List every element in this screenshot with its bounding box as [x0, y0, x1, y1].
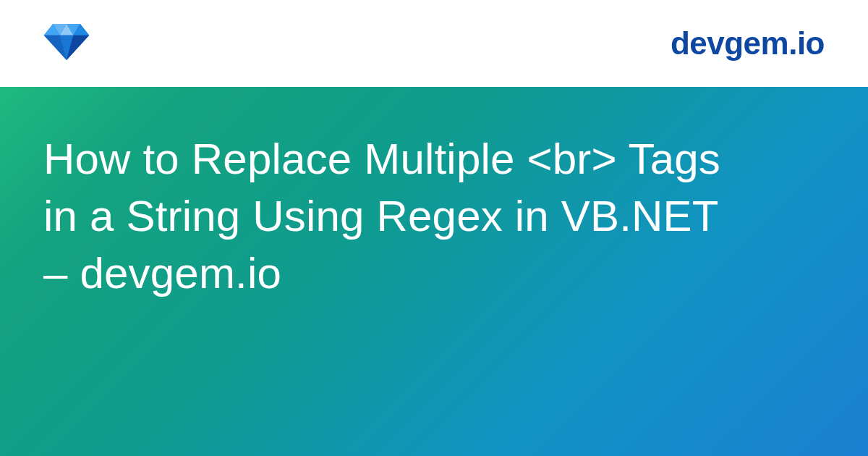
gem-icon [43, 24, 90, 63]
social-card: devgem.io How to Replace Multiple <br> T… [0, 0, 868, 456]
hero-banner: How to Replace Multiple <br> Tags in a S… [0, 87, 868, 456]
brand-logo [43, 24, 90, 63]
page-title: How to Replace Multiple <br> Tags in a S… [43, 130, 752, 303]
brand-text: devgem.io [671, 25, 825, 62]
header: devgem.io [0, 0, 868, 87]
